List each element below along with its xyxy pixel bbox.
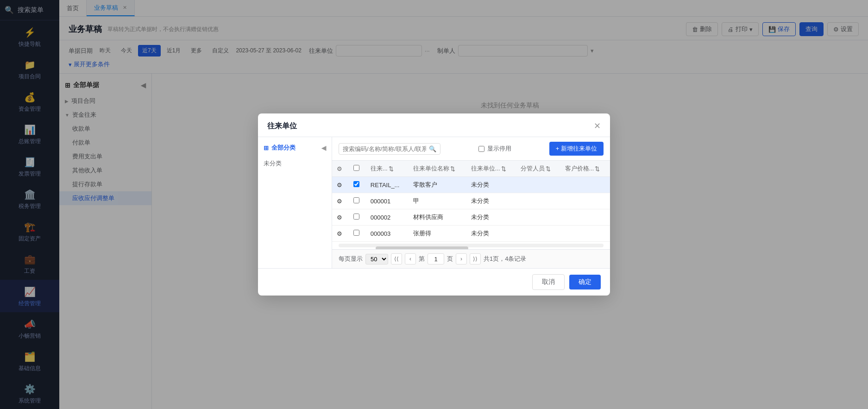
row-price — [560, 226, 610, 242]
dialog-title: 往来单位 — [267, 121, 297, 131]
dialog-unit: 往来单位 ✕ ⊞ 全部分类 ◀ 未分类 — [258, 113, 610, 296]
next-page-button[interactable]: › — [456, 253, 467, 264]
dialog-toolbar: 🔍 显示停用 + 新增往来单位 — [332, 137, 610, 161]
row-settings: ⚙ — [332, 177, 349, 193]
row-name: 零散客户 — [409, 177, 466, 193]
dialog-categories: ⊞ 全部分类 ◀ 未分类 — [258, 137, 332, 268]
new-unit-button[interactable]: + 新增往来单位 — [549, 142, 604, 156]
prev-page-button[interactable]: ‹ — [405, 253, 416, 264]
dialog-search-input[interactable] — [343, 145, 426, 152]
dialog-body: ⊞ 全部分类 ◀ 未分类 🔍 显示停用 — [258, 137, 610, 268]
per-page-select[interactable]: 50 — [365, 254, 388, 264]
th-name[interactable]: 往来单位名称⇅ — [409, 161, 466, 177]
row-code: 000002 — [366, 209, 409, 226]
settings-icon2: ⚙ — [337, 165, 342, 172]
row-name: 甲 — [409, 193, 466, 209]
dialog-table: ⚙ 往来...⇅ 往来单位名称⇅ 往来单位...⇅ 分管人员⇅ 客户价格...⇅ — [332, 161, 610, 242]
row-category: 未分类 — [466, 177, 516, 193]
dialog-cat-unclassified[interactable]: 未分类 — [258, 157, 332, 170]
sort-icon5: ⇅ — [595, 165, 600, 172]
dialog-header: 往来单位 ✕ — [258, 113, 610, 137]
row-select-checkbox4[interactable] — [353, 230, 359, 236]
row-settings: ⚙ — [332, 226, 349, 242]
first-page-button[interactable]: ⟨⟨ — [391, 253, 402, 264]
row-select-checkbox3[interactable] — [353, 214, 359, 220]
row-checkbox[interactable] — [349, 193, 366, 209]
sort-icon: ⇅ — [389, 165, 394, 172]
table-row[interactable]: ⚙ 000001 甲 未分类 — [332, 193, 610, 209]
dialog-close-button[interactable]: ✕ — [594, 121, 601, 131]
row-code: 000001 — [366, 193, 409, 209]
row-manager — [516, 193, 560, 209]
last-page-button[interactable]: ⟩⟩ — [470, 253, 481, 264]
settings-icon6: ⚙ — [337, 230, 342, 237]
row-price — [560, 193, 610, 209]
th-settings: ⚙ — [332, 161, 349, 177]
row-category: 未分类 — [466, 193, 516, 209]
sort-icon3: ⇅ — [501, 165, 506, 172]
page-number-input[interactable] — [428, 253, 444, 264]
row-settings: ⚙ — [332, 209, 349, 226]
th-category[interactable]: 往来单位...⇅ — [466, 161, 516, 177]
sort-icon2: ⇅ — [450, 165, 455, 172]
row-manager — [516, 209, 560, 226]
row-name: 张册得 — [409, 226, 466, 242]
dialog-category-header: ⊞ 全部分类 ◀ — [258, 141, 332, 157]
units-table: ⚙ 往来...⇅ 往来单位名称⇅ 往来单位...⇅ 分管人员⇅ 客户价格...⇅ — [332, 161, 610, 242]
row-settings: ⚙ — [332, 193, 349, 209]
confirm-button[interactable]: 确定 — [569, 275, 601, 289]
th-price[interactable]: 客户价格...⇅ — [560, 161, 610, 177]
row-checkbox[interactable] — [349, 177, 366, 193]
row-manager — [516, 177, 560, 193]
table-row[interactable]: ⚙ 000002 材料供应商 未分类 — [332, 209, 610, 226]
dialog-search-box[interactable]: 🔍 — [339, 143, 440, 155]
pagination-controls: 每页显示 50 ⟨⟨ ‹ 第 页 › ⟩⟩ 共1页，4条记录 — [339, 253, 526, 264]
cancel-button[interactable]: 取消 — [532, 274, 565, 290]
table-row[interactable]: ⚙ 000003 张册得 未分类 — [332, 226, 610, 242]
row-price — [560, 209, 610, 226]
settings-icon5: ⚙ — [337, 214, 342, 221]
th-checkbox[interactable] — [349, 161, 366, 177]
row-price — [560, 177, 610, 193]
row-select-checkbox2[interactable] — [353, 197, 359, 203]
select-all-checkbox[interactable] — [353, 165, 359, 171]
scrollbar-area — [332, 242, 610, 249]
show-disabled-label[interactable]: 显示停用 — [478, 145, 511, 153]
settings-icon4: ⚙ — [337, 198, 342, 205]
grid-icon2: ⊞ — [264, 145, 269, 151]
th-code[interactable]: 往来...⇅ — [366, 161, 409, 177]
modal-overlay[interactable]: 往来单位 ✕ ⊞ 全部分类 ◀ 未分类 — [0, 0, 868, 409]
horizontal-scrollbar[interactable] — [339, 244, 604, 247]
settings-icon3: ⚙ — [337, 182, 342, 189]
dialog-actions: 取消 确定 — [258, 268, 610, 296]
show-disabled-checkbox[interactable] — [478, 146, 484, 152]
dialog-pagination: 每页显示 50 ⟨⟨ ‹ 第 页 › ⟩⟩ 共1页，4条记录 — [332, 249, 610, 268]
row-name: 材料供应商 — [409, 209, 466, 226]
search-icon2: 🔍 — [429, 145, 436, 152]
dialog-collapse-icon[interactable]: ◀ — [321, 145, 326, 151]
total-records: 共1页，4条记录 — [484, 255, 526, 263]
th-manager[interactable]: 分管人员⇅ — [516, 161, 560, 177]
row-code: 000003 — [366, 226, 409, 242]
table-row[interactable]: ⚙ RETAIL_... 零散客户 未分类 — [332, 177, 610, 193]
row-code: RETAIL_... — [366, 177, 409, 193]
row-checkbox[interactable] — [349, 226, 366, 242]
row-category: 未分类 — [466, 226, 516, 242]
row-category: 未分类 — [466, 209, 516, 226]
sort-icon4: ⇅ — [546, 165, 551, 172]
row-manager — [516, 226, 560, 242]
dialog-right: 🔍 显示停用 + 新增往来单位 ⚙ — [332, 137, 610, 268]
row-select-checkbox[interactable] — [353, 181, 359, 187]
table-header-row: ⚙ 往来...⇅ 往来单位名称⇅ 往来单位...⇅ 分管人员⇅ 客户价格...⇅ — [332, 161, 610, 177]
row-checkbox[interactable] — [349, 209, 366, 226]
